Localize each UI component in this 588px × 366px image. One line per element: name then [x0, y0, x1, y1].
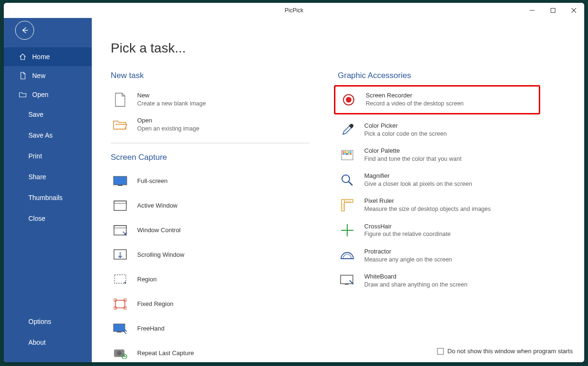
svg-rect-25: [349, 124, 353, 129]
sidebar-item-thumbnails[interactable]: Thumbnails: [4, 187, 92, 208]
sidebar-item-close[interactable]: Close: [4, 208, 92, 229]
repeat-capture-icon: [113, 346, 128, 361]
task-active-window[interactable]: Active Window: [111, 193, 309, 218]
window-control-icon: [113, 223, 128, 238]
task-repeat-last-capture[interactable]: Repeat Last Capture: [111, 341, 309, 362]
sidebar-item-share[interactable]: Share: [4, 166, 92, 187]
minimize-button[interactable]: [522, 3, 543, 18]
title-bar: PicPick: [4, 3, 584, 18]
task-sublabel: Record a video of the desktop screen: [366, 100, 464, 107]
freehand-icon: [113, 321, 128, 336]
crosshair-icon: [340, 223, 355, 238]
sidebar-item-label: Close: [28, 215, 45, 222]
task-label: Fixed Region: [137, 300, 174, 307]
task-label: Color Palette: [364, 147, 462, 155]
svg-rect-48: [345, 284, 349, 285]
task-scrolling-window[interactable]: Scrolling Window: [111, 243, 309, 267]
svg-rect-33: [344, 153, 346, 155]
record-icon: [341, 92, 356, 107]
task-sublabel: Draw and share anything on the screen: [364, 281, 467, 288]
arrow-left-icon: [20, 26, 29, 35]
svg-rect-31: [350, 151, 351, 153]
task-new[interactable]: New Create a new blank image: [111, 87, 309, 112]
maximize-button[interactable]: [543, 3, 563, 18]
task-sublabel: Open an existing image: [137, 125, 199, 132]
svg-rect-1: [551, 9, 555, 13]
sidebar-item-label: Options: [28, 318, 51, 325]
page-title: Pick a task...: [111, 41, 575, 56]
sidebar-item-home[interactable]: Home: [4, 47, 92, 66]
task-label: New: [137, 92, 206, 100]
checkbox-icon: [437, 348, 444, 355]
do-not-show-checkbox[interactable]: Do not show this window when program sta…: [437, 348, 573, 355]
task-label: WhiteBoard: [364, 273, 467, 281]
highlight-box: Screen Recorder Record a video of the de…: [334, 85, 540, 114]
svg-rect-6: [114, 201, 126, 210]
region-icon: +: [113, 272, 128, 287]
sidebar-item-print[interactable]: Print: [4, 146, 92, 166]
ruler-icon: [340, 198, 355, 213]
task-open[interactable]: Open Open an existing image: [111, 112, 309, 137]
sidebar-item-save-as[interactable]: Save As: [4, 125, 92, 146]
sidebar-item-new[interactable]: New: [4, 66, 92, 85]
task-screen-recorder[interactable]: Screen Recorder Record a video of the de…: [339, 89, 535, 110]
task-sublabel: Create a new blank image: [137, 100, 206, 107]
new-file-icon: [19, 72, 26, 79]
svg-rect-36: [350, 153, 351, 155]
section-title-screen-capture: Screen Capture: [111, 153, 309, 162]
main-content: Pick a task... New task New Create a new…: [92, 3, 584, 362]
section-title-graphic-accessories: Graphic Accessories: [338, 71, 536, 80]
task-label: Repeat Last Capture: [137, 349, 194, 357]
svg-text:+: +: [123, 279, 126, 285]
task-label: Screen Recorder: [366, 92, 464, 100]
task-color-palette[interactable]: Color Palette Find and tune the color th…: [338, 142, 536, 167]
sidebar-item-label: Share: [28, 173, 46, 181]
eyedropper-icon: [340, 122, 355, 138]
task-label: Protractor: [364, 248, 452, 256]
magnifier-icon: [340, 173, 355, 188]
task-color-picker[interactable]: Color Picker Pick a color code on the sc…: [338, 117, 536, 142]
sidebar-item-label: Save: [28, 111, 44, 118]
task-window-control[interactable]: Window Control: [111, 218, 309, 243]
active-window-icon: [113, 198, 128, 213]
svg-rect-29: [346, 151, 348, 153]
whiteboard-icon: [340, 273, 355, 288]
task-sublabel: Figure out the relative coordinate: [364, 230, 451, 238]
new-file-icon: [113, 92, 128, 107]
sidebar-item-label: About: [28, 339, 46, 346]
task-freehand[interactable]: FreeHand: [111, 316, 309, 341]
task-magnifier[interactable]: Magnifier Give a closer look at pixels o…: [338, 167, 536, 192]
svg-rect-5: [118, 185, 123, 186]
home-icon: [19, 53, 26, 61]
svg-rect-27: [342, 151, 344, 153]
task-label: Region: [137, 276, 157, 283]
svg-rect-13: [115, 300, 125, 308]
back-button[interactable]: [15, 21, 34, 40]
sidebar-item-save[interactable]: Save: [4, 104, 92, 125]
svg-point-24: [346, 97, 351, 103]
task-label: Pixel Ruler: [364, 197, 491, 205]
close-button[interactable]: [563, 3, 584, 18]
sidebar-item-options[interactable]: Options: [4, 311, 92, 332]
checkbox-label: Do not show this window when program sta…: [448, 348, 573, 355]
task-whiteboard[interactable]: WhiteBoard Draw and share anything on th…: [338, 268, 536, 293]
svg-rect-32: [342, 153, 344, 155]
svg-rect-30: [348, 151, 350, 153]
task-crosshair[interactable]: CrossHair Figure out the relative coordi…: [338, 218, 536, 243]
sidebar-item-label: Open: [32, 91, 48, 98]
task-fixed-region[interactable]: Fixed Region: [111, 292, 309, 316]
sidebar-item-label: New: [32, 72, 45, 79]
fullscreen-icon: [113, 174, 128, 189]
task-protractor[interactable]: Protractor Measure any angle on the scre…: [338, 243, 536, 268]
svg-rect-35: [348, 153, 350, 155]
sidebar-item-about[interactable]: About: [4, 332, 92, 353]
task-fullscreen[interactable]: Full-screen: [111, 169, 309, 193]
svg-rect-4: [114, 176, 127, 185]
section-title-new-task: New task: [111, 71, 309, 80]
task-label: Color Picker: [364, 122, 447, 130]
sidebar-item-open[interactable]: Open: [4, 85, 92, 104]
palette-icon: [340, 148, 355, 163]
task-pixel-ruler[interactable]: Pixel Ruler Measure the size of desktop …: [338, 192, 536, 218]
task-region[interactable]: + Region: [111, 267, 309, 292]
sidebar-item-label: Print: [28, 152, 42, 160]
